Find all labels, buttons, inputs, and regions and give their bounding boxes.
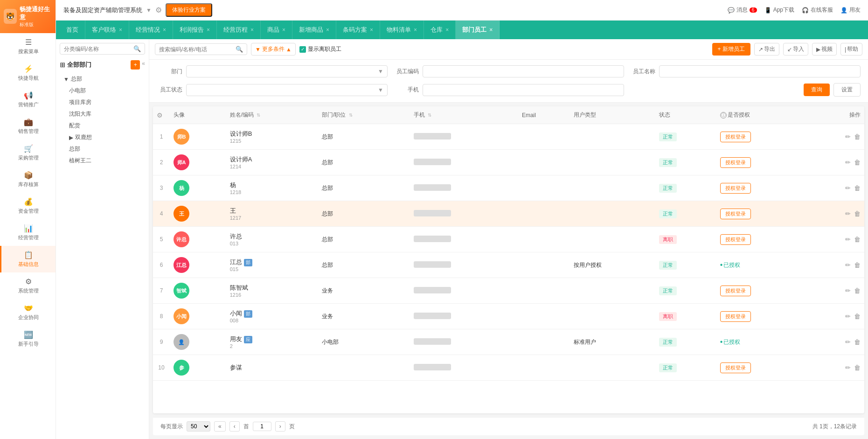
close-tab-customers[interactable]: × xyxy=(119,27,122,33)
tab-warehouse[interactable]: 仓库× xyxy=(424,21,456,39)
online-service-btn[interactable]: 🎧 在线客服 xyxy=(802,6,833,14)
emp-code-field[interactable] xyxy=(427,68,620,75)
dept-node-shenyang[interactable]: 沈阳大库 xyxy=(65,108,145,120)
edit-btn[interactable]: ✏ xyxy=(845,184,851,192)
sidebar-item-guide[interactable]: 🆕新手引导 xyxy=(0,326,56,352)
prev-page-btn[interactable]: ‹ xyxy=(229,421,240,432)
export-btn[interactable]: ↗ 导出 xyxy=(754,43,779,56)
delete-btn[interactable]: 🗑 xyxy=(854,210,861,217)
auth-btn[interactable]: 授权登录 xyxy=(720,234,751,245)
sidebar-item-operations[interactable]: 📊经营管理 xyxy=(0,219,56,246)
auth-btn[interactable]: 授权登录 xyxy=(720,157,751,168)
edit-btn[interactable]: ✏ xyxy=(845,159,851,166)
tab-add-goods[interactable]: 新增商品× xyxy=(292,21,336,39)
delete-btn[interactable]: 🗑 xyxy=(854,261,861,269)
dept-search-input[interactable] xyxy=(64,46,132,52)
edit-btn[interactable]: ✏ xyxy=(845,133,851,140)
close-tab-add-goods[interactable]: × xyxy=(326,27,329,33)
help-btn[interactable]: | 帮助 xyxy=(840,43,862,56)
query-btn[interactable]: 查询 xyxy=(804,84,830,96)
edit-btn[interactable]: ✏ xyxy=(845,287,851,294)
auth-info-icon[interactable]: ⓘ xyxy=(720,112,727,118)
trial-btn[interactable]: 体验行业方案 xyxy=(166,3,212,17)
sidebar-item-inventory[interactable]: 📦库存核算 xyxy=(0,166,56,193)
filter-search-input[interactable] xyxy=(159,46,234,53)
dept-add-btn[interactable]: + xyxy=(131,60,140,70)
delete-btn[interactable]: 🗑 xyxy=(854,364,861,371)
close-tab-warehouse[interactable]: × xyxy=(445,27,449,33)
delete-btn[interactable]: 🗑 xyxy=(854,287,861,294)
close-tab-business[interactable]: × xyxy=(163,27,166,33)
tab-home[interactable]: 首页 xyxy=(60,21,85,39)
tab-barcode[interactable]: 条码方案× xyxy=(336,21,380,39)
next-page-btn[interactable]: › xyxy=(275,421,285,432)
dept-node-shuanglu[interactable]: ▶ 双鹿想 xyxy=(65,132,145,143)
dept-node-zongbu[interactable]: 总部 xyxy=(65,143,145,155)
close-tab-barcode[interactable]: × xyxy=(370,27,373,33)
edit-btn[interactable]: ✏ xyxy=(845,210,851,217)
close-tab-bom[interactable]: × xyxy=(414,27,417,33)
sidebar-item-finance[interactable]: 💰资金管理 xyxy=(0,193,56,219)
sidebar-item-marketing[interactable]: 📢营销推广 xyxy=(0,86,56,113)
table-settings-icon[interactable]: ⚙ xyxy=(157,111,163,119)
first-page-btn[interactable]: « xyxy=(214,421,226,432)
edit-btn[interactable]: ✏ xyxy=(845,364,851,371)
close-tab-employees[interactable]: × xyxy=(489,27,493,33)
auth-btn[interactable]: 授权登录 xyxy=(720,209,751,219)
status-input[interactable]: ▼ xyxy=(186,84,388,96)
current-page-input[interactable] xyxy=(253,422,271,431)
delete-btn[interactable]: 🗑 xyxy=(854,133,861,140)
dept-node-peihuo[interactable]: 配货 xyxy=(65,120,145,132)
delete-btn[interactable]: 🗑 xyxy=(854,313,861,320)
show-inactive-toggle[interactable]: ✓ 显示离职员工 xyxy=(299,45,341,53)
sidebar-item-search[interactable]: ☰搜索菜单 xyxy=(0,33,56,60)
delete-btn[interactable]: 🗑 xyxy=(854,236,861,243)
close-tab-process[interactable]: × xyxy=(250,27,254,33)
edit-btn[interactable]: ✏ xyxy=(845,236,851,243)
import-btn[interactable]: ↙ 导入 xyxy=(783,43,808,56)
delete-btn[interactable]: 🗑 xyxy=(854,338,861,346)
tab-goods[interactable]: 商品× xyxy=(261,21,292,39)
sidebar-item-quick[interactable]: ⚡快捷导航 xyxy=(0,60,56,86)
message-btn[interactable]: 💬 消息 6 xyxy=(728,6,757,14)
dept-collapse-btn[interactable]: « xyxy=(142,60,145,70)
auth-btn[interactable]: 授权登录 xyxy=(720,362,751,373)
edit-btn[interactable]: ✏ xyxy=(845,261,851,269)
phone-field[interactable] xyxy=(427,87,620,93)
tab-bom[interactable]: 物料清单× xyxy=(380,21,424,39)
dept-search-box[interactable]: 🔍 xyxy=(60,43,145,55)
phone-input[interactable] xyxy=(423,84,624,96)
per-page-select[interactable]: 50 100 200 xyxy=(187,421,210,432)
sidebar-item-purchase[interactable]: 🛒采购管理 xyxy=(0,139,56,166)
dept-node-xiangmu[interactable]: 项目库房 xyxy=(65,97,145,108)
video-btn[interactable]: ▶ 视频 xyxy=(812,43,837,56)
sidebar-item-basic[interactable]: 📋基础信息 xyxy=(0,246,56,272)
tab-employees[interactable]: 部门员工× xyxy=(456,21,500,39)
auth-btn[interactable]: 授权登录 xyxy=(720,132,751,142)
delete-btn[interactable]: 🗑 xyxy=(854,159,861,166)
sidebar-item-sales[interactable]: 💼销售管理 xyxy=(0,113,56,139)
tab-customers[interactable]: 客户联络× xyxy=(85,21,129,39)
dept-filter-input[interactable]: ▼ xyxy=(186,65,388,77)
tab-profit[interactable]: 利润报告× xyxy=(173,21,217,39)
emp-code-input[interactable] xyxy=(423,65,624,77)
add-employee-btn[interactable]: + 新增员工 xyxy=(712,43,750,56)
emp-name-input[interactable] xyxy=(659,65,861,77)
auth-btn[interactable]: 授权登录 xyxy=(720,286,751,296)
sidebar-item-system[interactable]: ⚙系统管理 xyxy=(0,272,56,299)
dept-node-xiaodian[interactable]: 小电部 xyxy=(65,85,145,97)
edit-btn[interactable]: ✏ xyxy=(845,338,851,346)
delete-btn[interactable]: 🗑 xyxy=(854,184,861,192)
emp-name-field[interactable] xyxy=(663,68,856,75)
auth-btn[interactable]: 授权登录 xyxy=(720,311,751,322)
app-download-btn[interactable]: 📱 App下载 xyxy=(764,6,794,14)
tab-process[interactable]: 经营历程× xyxy=(217,21,261,39)
user-profile-btn[interactable]: 👤 用友 xyxy=(840,6,861,14)
tab-business[interactable]: 经营情况× xyxy=(129,21,173,39)
close-tab-goods[interactable]: × xyxy=(282,27,285,33)
dept-node-zongbu-root[interactable]: ▼ 总部 xyxy=(60,73,145,85)
auth-btn[interactable]: 授权登录 xyxy=(720,183,751,194)
close-tab-profit[interactable]: × xyxy=(207,27,210,33)
more-conditions-btn[interactable]: ▼ 更多条件 ▲ xyxy=(251,43,296,56)
sidebar-item-collab[interactable]: 🤝企业协同 xyxy=(0,299,56,326)
